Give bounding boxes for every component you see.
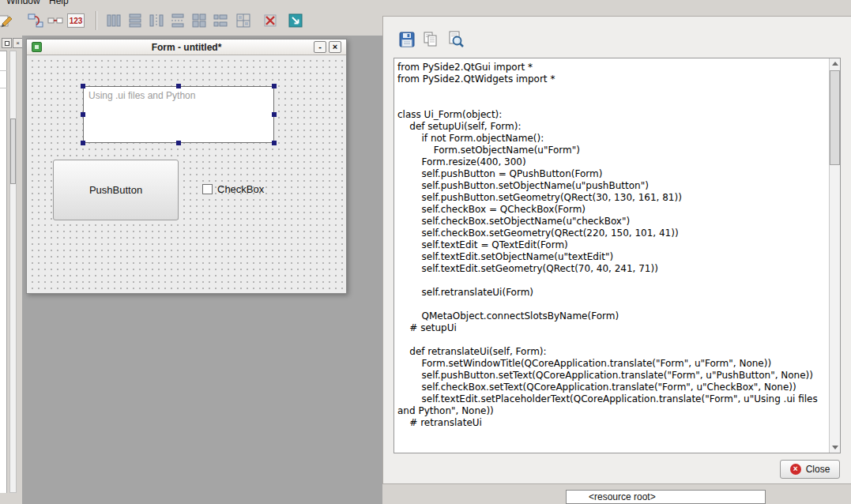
checkbox-widget[interactable]: CheckBox — [202, 183, 264, 195]
selection-handle-top-left[interactable] — [81, 84, 85, 88]
code-text[interactable]: from PySide2.QtGui import *from PySide2.… — [394, 58, 829, 453]
code-view: from PySide2.QtGui import *from PySide2.… — [393, 58, 841, 453]
code-line — [397, 275, 829, 287]
menu-window[interactable]: Window — [6, 0, 40, 6]
code-line: Form.resize(400, 300) — [397, 156, 829, 168]
code-line: self.checkBox.setText(QCoreApplication.t… — [397, 382, 829, 393]
form-titlebar[interactable]: Form - untitled* - × — [27, 39, 346, 55]
dock-content-edge — [0, 51, 7, 493]
adjust-size-button[interactable] — [285, 9, 306, 32]
code-line: self.checkBox.setObjectName(u"checkBox") — [397, 216, 829, 228]
close-button[interactable]: × Close — [780, 460, 840, 479]
code-line: QMetaObject.connectSlotsByName(Form) — [397, 310, 829, 322]
code-line: self.textEdit.setPlaceholderText(QCoreAp… — [397, 393, 829, 405]
qt-designer-window: Window Help 123 — [0, 0, 851, 504]
form-window-title: Form - untitled* — [27, 42, 346, 53]
layout-horizontal-icon — [105, 12, 122, 29]
form-minimize-button[interactable]: - — [314, 41, 326, 53]
code-line — [397, 97, 829, 109]
layout-vertical-splitter-button[interactable] — [168, 9, 188, 32]
menu-help[interactable]: Help — [49, 0, 69, 6]
toolbar-separator — [96, 11, 97, 30]
selection-handle-middle-left[interactable] — [81, 112, 85, 117]
menubar: Window Help — [0, 0, 851, 7]
adjust-size-icon — [287, 12, 304, 29]
edit-signals-slots-button[interactable] — [25, 9, 46, 32]
dock-divider — [0, 88, 7, 88]
code-line: def setupUi(self, Form): — [397, 121, 829, 133]
form-close-button[interactable]: × — [329, 41, 341, 53]
code-line: Form.setWindowTitle(QCoreApplication.tra… — [397, 358, 829, 370]
form-canvas[interactable]: Using .ui files and Python PushButton Ch… — [27, 55, 346, 293]
close-button-label: Close — [806, 464, 830, 475]
code-scrollbar[interactable] — [829, 58, 840, 453]
find-in-code-button[interactable] — [445, 28, 467, 51]
form-editor-window: Form - untitled* - × Using .ui files and… — [26, 39, 347, 294]
edit-widgets-button[interactable] — [0, 9, 15, 32]
layout-grid-button[interactable] — [189, 9, 209, 32]
dock-divider — [0, 70, 7, 71]
layout-horizontal-button[interactable] — [104, 9, 124, 32]
code-line: and Python", None)) — [397, 405, 829, 417]
break-layout-icon — [262, 12, 279, 29]
dock-float-button[interactable] — [2, 38, 12, 48]
toolbar: 123 — [0, 8, 379, 36]
layout-grid-icon — [190, 12, 208, 29]
pushbutton-widget[interactable]: PushButton — [53, 160, 179, 220]
code-line: from PySide2.QtWidgets import * — [397, 73, 829, 85]
code-line: self.checkBox = QCheckBox(Form) — [397, 204, 829, 216]
mdi-area: Form - untitled* - × Using .ui files and… — [22, 36, 382, 504]
code-line: self.retranslateUi(Form) — [397, 287, 829, 299]
checkbox-indicator-icon — [202, 184, 213, 194]
code-line: self.checkBox.setGeometry(QRect(220, 150… — [397, 228, 829, 239]
checkbox-label: CheckBox — [217, 183, 264, 195]
edit-buddies-button[interactable] — [45, 9, 66, 32]
close-icon: × — [790, 464, 801, 475]
dock-scrollbar[interactable] — [9, 51, 17, 493]
view-code-dialog: from PySide2.QtGui import *from PySide2.… — [382, 16, 851, 484]
code-line: from PySide2.QtGui import * — [397, 62, 829, 73]
code-line — [397, 334, 829, 346]
edit-tab-order-icon: 123 — [67, 13, 85, 28]
code-line: # setupUi — [397, 322, 829, 334]
copy-code-button[interactable] — [420, 28, 442, 51]
simplify-grid-layout-button[interactable] — [233, 9, 254, 32]
code-line: def retranslateUi(self, Form): — [397, 346, 829, 358]
copy-icon — [421, 30, 440, 49]
dock-scrollbar-thumb[interactable] — [10, 118, 16, 184]
selection-handle-bottom-middle[interactable] — [176, 141, 181, 145]
code-line: # retranslateUi — [397, 417, 829, 429]
layout-horizontal-splitter-button[interactable] — [146, 9, 167, 32]
resource-browser: <resource root> — [566, 490, 766, 504]
selection-handle-top-right[interactable] — [272, 84, 277, 88]
code-line: class Ui_Form(object): — [397, 109, 829, 121]
search-icon — [446, 30, 465, 49]
code-scrollbar-thumb[interactable] — [830, 70, 840, 165]
scrollbar-down-arrow-icon[interactable] — [830, 442, 840, 453]
layout-vertical-icon — [126, 12, 144, 29]
layout-form-icon — [212, 12, 229, 29]
code-line: self.pushButton.setGeometry(QRect(30, 13… — [397, 192, 829, 204]
selection-handle-top-middle[interactable] — [176, 84, 181, 88]
selection-handle-bottom-left[interactable] — [81, 141, 85, 145]
layout-form-button[interactable] — [210, 9, 231, 32]
save-code-button[interactable] — [396, 28, 418, 51]
selection-handle-middle-right[interactable] — [272, 112, 277, 117]
textedit-widget[interactable]: Using .ui files and Python — [83, 86, 274, 143]
edit-signals-slots-icon — [27, 12, 44, 29]
bottom-dock-area: <resource root> — [382, 484, 851, 504]
code-line — [397, 85, 829, 97]
resource-root-item[interactable]: <resource root> — [589, 491, 765, 502]
edit-tab-order-button[interactable]: 123 — [66, 9, 86, 32]
textedit-placeholder: Using .ui files and Python — [88, 90, 195, 101]
layout-horizontal-splitter-icon — [148, 12, 165, 29]
edit-widgets-icon — [0, 12, 13, 29]
code-line: self.textEdit = QTextEdit(Form) — [397, 239, 829, 251]
layout-vertical-button[interactable] — [125, 9, 145, 32]
code-line: self.pushButton.setText(QCoreApplication… — [397, 370, 829, 382]
layout-vertical-splitter-icon — [169, 12, 186, 29]
scrollbar-up-arrow-icon[interactable] — [830, 58, 840, 69]
code-line: if not Form.objectName(): — [397, 133, 829, 145]
break-layout-button[interactable] — [260, 9, 281, 32]
selection-handle-bottom-right[interactable] — [272, 141, 277, 145]
